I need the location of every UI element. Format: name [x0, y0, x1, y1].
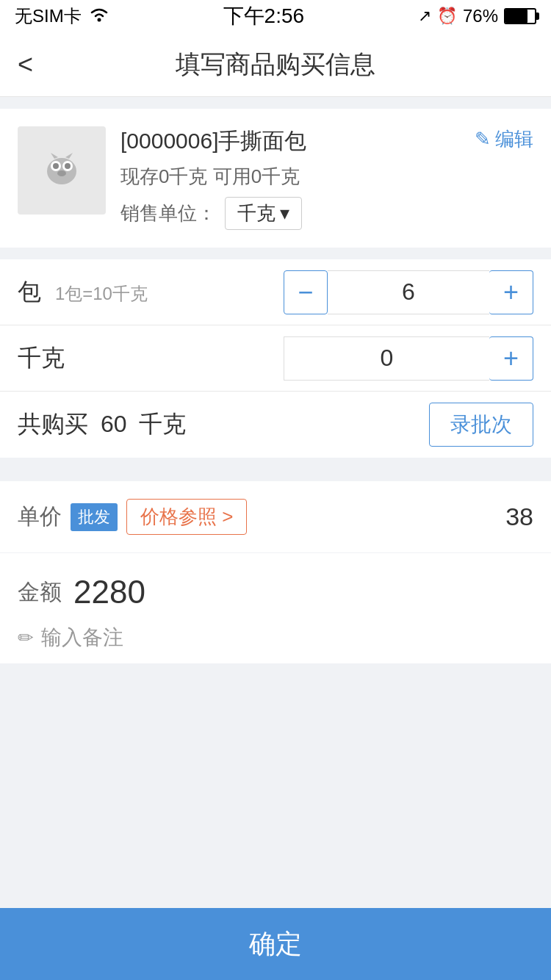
amount-section: 金额 2280 ✏ 输入备注	[0, 553, 551, 663]
amount-value: 2280	[73, 574, 145, 610]
bao-minus-button[interactable]: −	[284, 270, 328, 314]
bao-label: 包 1包=10千克	[18, 276, 284, 309]
battery-icon	[504, 8, 536, 24]
bao-plus-button[interactable]: +	[489, 270, 533, 314]
kg-input[interactable]	[284, 336, 489, 381]
product-card: [0000006]手撕面包 现存0千克 可用0千克 销售单位： 千克 ▾ ✎ 编…	[0, 109, 551, 248]
section-divider-2	[0, 458, 551, 469]
product-info: [0000006]手撕面包 现存0千克 可用0千克 销售单位： 千克 ▾	[120, 126, 533, 230]
kg-label: 千克	[18, 342, 284, 375]
bao-sublabel: 1包=10千克	[55, 284, 148, 303]
status-time: 下午2:56	[223, 2, 305, 30]
batch-button[interactable]: 录批次	[429, 403, 533, 447]
price-tag: 批发	[71, 503, 118, 531]
status-left: 无SIM卡	[15, 4, 109, 28]
pencil-icon: ✏	[18, 627, 34, 649]
unit-label: 销售单位：	[120, 201, 216, 226]
carrier-text: 无SIM卡	[15, 4, 82, 28]
nav-bar: < 填写商品购买信息	[0, 32, 551, 97]
note-input[interactable]: 输入备注	[41, 624, 123, 652]
page-title: 填写商品购买信息	[176, 48, 375, 82]
back-button[interactable]: <	[18, 49, 33, 80]
kg-row: 千克 +	[0, 325, 551, 392]
product-stock: 现存0千克 可用0千克	[120, 164, 533, 190]
location-icon: ↗	[418, 7, 431, 26]
wifi-icon	[89, 6, 109, 26]
product-unit-row: 销售单位： 千克 ▾	[120, 197, 533, 230]
kg-controls: +	[284, 336, 533, 381]
price-row: 单价 批发 价格参照 > 38	[18, 499, 533, 535]
bao-input[interactable]	[328, 270, 489, 314]
input-section: 包 1包=10千克 − + 千克 +	[0, 259, 551, 392]
note-row[interactable]: ✏ 输入备注	[18, 624, 533, 652]
bao-controls: − +	[284, 270, 533, 314]
status-bar: 无SIM卡 下午2:56 ↗ ⏰ 76%	[0, 0, 551, 32]
kg-plus-button[interactable]: +	[489, 336, 533, 381]
product-name: [0000006]手撕面包	[120, 126, 533, 156]
price-section: 单价 批发 价格参照 > 38	[0, 481, 551, 553]
total-text: 共购买 60 千克	[18, 408, 186, 441]
product-logo	[40, 145, 84, 196]
confirm-button[interactable]: 确定	[0, 908, 551, 980]
svg-point-6	[57, 170, 66, 176]
edit-button[interactable]: ✎ 编辑	[475, 126, 533, 152]
svg-point-5	[65, 163, 71, 169]
total-amount: 60	[101, 411, 127, 437]
section-divider-1	[0, 248, 551, 259]
bottom-area	[0, 663, 551, 884]
price-label: 单价	[18, 502, 62, 532]
unit-select[interactable]: 千克 ▾	[225, 197, 302, 230]
price-label-group: 单价 批发 价格参照 >	[18, 499, 247, 535]
price-ref-button[interactable]: 价格参照 >	[126, 499, 247, 535]
svg-point-4	[53, 163, 59, 169]
alarm-icon: ⏰	[437, 7, 457, 26]
edit-icon: ✎	[475, 128, 491, 151]
amount-row: 金额 2280	[18, 574, 533, 610]
amount-label: 金额	[18, 577, 62, 608]
bao-row: 包 1包=10千克 − +	[0, 259, 551, 325]
price-value: 38	[505, 502, 533, 531]
product-image	[18, 126, 106, 215]
svg-point-0	[97, 18, 101, 22]
status-right: ↗ ⏰ 76%	[418, 6, 536, 26]
total-row: 共购买 60 千克 录批次	[0, 392, 551, 458]
battery-percent: 76%	[463, 6, 498, 26]
